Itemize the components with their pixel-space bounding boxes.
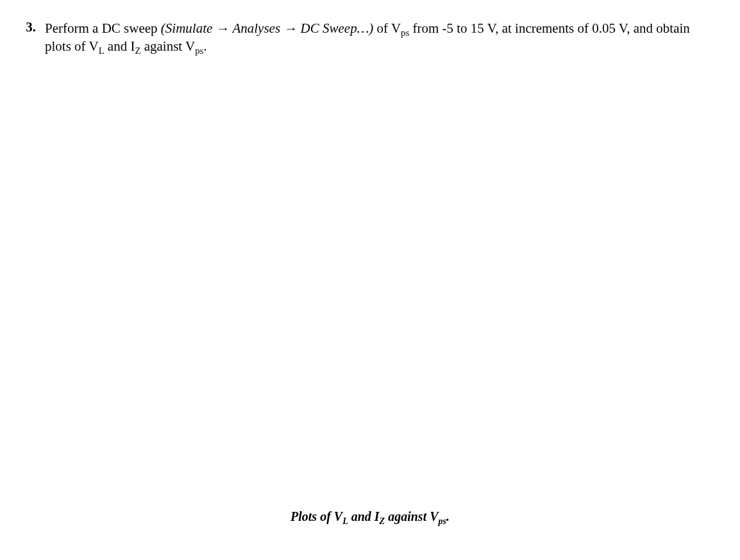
caption-text: . [446,509,450,523]
text-segment: of V [373,21,401,36]
question-item: 3. Perform a DC sweep (Simulate → Analys… [19,19,714,56]
arrow-icon: → [212,21,232,36]
arrow-icon: → [280,21,301,36]
subscript-ps: ps [439,516,446,526]
subscript-Z: Z [380,516,385,526]
menu-analyses: Analyses [232,21,280,36]
menu-path-open: ( [161,21,165,36]
text-segment: . [203,38,206,54]
item-body: Perform a DC sweep (Simulate → Analyses … [45,19,714,56]
caption-text: against V [385,509,438,523]
text-segment: and I [105,38,135,54]
subscript-ps: ps [401,28,409,38]
subscript-ps: ps [195,46,203,56]
menu-simulate: Simulate [165,21,213,36]
text-segment: Perform a DC sweep [45,21,161,36]
caption-text: Plots of V [290,509,342,523]
subscript-L: L [99,46,105,56]
figure-caption: Plots of VL and IZ against Vps. [0,509,740,524]
caption-text: and I [348,509,380,523]
subscript-L: L [342,516,348,526]
text-segment: against V [140,38,195,54]
menu-dcsweep: DC Sweep… [301,21,369,36]
item-number: 3. [19,19,38,35]
